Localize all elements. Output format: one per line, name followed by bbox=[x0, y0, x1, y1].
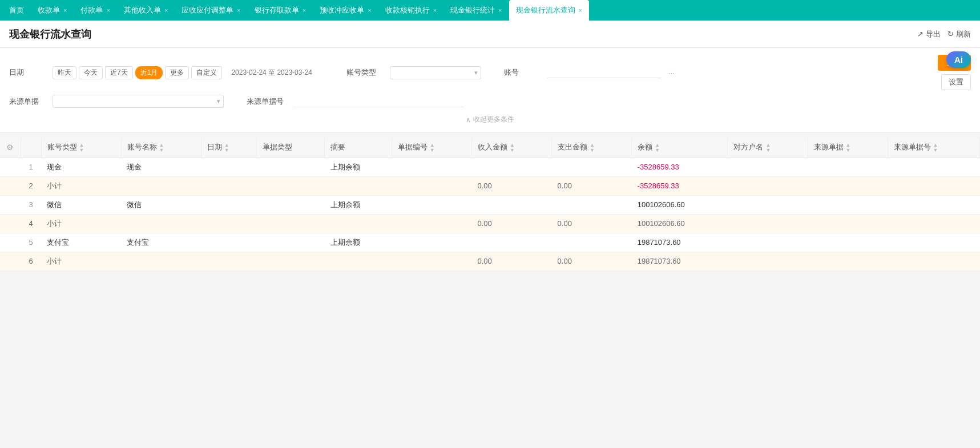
tab-close-icon[interactable]: × bbox=[498, 0, 502, 21]
cell-source_doc_no bbox=[888, 233, 979, 252]
source-doc-section: 来源单据 bbox=[9, 95, 224, 108]
row-num: 5 bbox=[21, 233, 41, 252]
nav-tab-应收应付调整单[interactable]: 应收应付调整单× bbox=[175, 0, 247, 21]
tab-close-icon[interactable]: × bbox=[164, 0, 168, 21]
cell-account_name bbox=[121, 252, 201, 271]
settings-button[interactable]: 设置 bbox=[941, 74, 971, 90]
row-gear-cell bbox=[0, 233, 21, 252]
row-gear-cell bbox=[0, 195, 21, 214]
cell-expense: 0.00 bbox=[552, 214, 632, 233]
sort-icon-date[interactable]: ▲▼ bbox=[224, 143, 229, 153]
tab-close-icon[interactable]: × bbox=[433, 0, 437, 21]
table-container: ⚙账号类型▲▼账号名称▲▼日期▲▼单据类型摘要单据编号▲▼收入金额▲▼支出金额▲… bbox=[0, 138, 980, 271]
gear-icon[interactable]: ⚙ bbox=[6, 143, 14, 152]
date-label: 日期 bbox=[9, 67, 43, 78]
nav-tab-其他收入单[interactable]: 其他收入单× bbox=[117, 0, 175, 21]
sort-icon-source_doc[interactable]: ▲▼ bbox=[846, 143, 851, 153]
cell-income: 0.00 bbox=[471, 252, 551, 271]
source-doc-num-input[interactable] bbox=[293, 96, 464, 107]
tab-close-icon[interactable]: × bbox=[63, 0, 67, 21]
col-header-counterpart[interactable]: 对方户名▲▼ bbox=[728, 138, 808, 158]
tab-close-icon[interactable]: × bbox=[579, 0, 582, 21]
source-doc-label: 来源单据 bbox=[9, 96, 43, 107]
cell-income: 0.00 bbox=[471, 176, 551, 195]
date-btn-昨天[interactable]: 昨天 bbox=[53, 66, 76, 79]
date-btn-近7天[interactable]: 近7天 bbox=[105, 66, 133, 79]
collapse-bar[interactable]: ∧ 收起更多条件 bbox=[9, 112, 971, 128]
export-icon: ↗ bbox=[917, 30, 923, 38]
nav-tab-银行存取款单[interactable]: 银行存取款单× bbox=[248, 0, 313, 21]
date-btn-自定义[interactable]: 自定义 bbox=[191, 66, 222, 79]
col-header-account_type[interactable]: 账号类型▲▼ bbox=[41, 138, 121, 158]
cell-counterpart bbox=[728, 176, 808, 195]
row-gear-cell bbox=[0, 176, 21, 195]
account-label: 账号 bbox=[504, 67, 538, 78]
source-doc-select[interactable] bbox=[53, 95, 224, 108]
col-header-income[interactable]: 收入金额▲▼ bbox=[471, 138, 551, 158]
table-row[interactable]: 3微信微信上期余额100102606.60 bbox=[0, 195, 980, 214]
cell-counterpart bbox=[728, 252, 808, 271]
table-row[interactable]: 5支付宝支付宝上期余额19871073.60 bbox=[0, 233, 980, 252]
refresh-button[interactable]: ↻ 刷新 bbox=[947, 29, 971, 39]
row-num: 1 bbox=[21, 158, 41, 176]
page-title: 现金银行流水查询 bbox=[9, 27, 91, 41]
sort-icon-balance[interactable]: ▲▼ bbox=[655, 143, 660, 153]
col-header-balance[interactable]: 余额▲▼ bbox=[632, 138, 728, 158]
nav-tab-预收冲应收单[interactable]: 预收冲应收单× bbox=[313, 0, 378, 21]
nav-tab-收款核销执行[interactable]: 收款核销执行× bbox=[378, 0, 443, 21]
cell-account_type: 小计 bbox=[41, 252, 121, 271]
date-btn-近1月[interactable]: 近1月 bbox=[135, 66, 163, 79]
tab-close-icon[interactable]: × bbox=[368, 0, 371, 21]
col-header-source_doc_no[interactable]: 来源单据号▲▼ bbox=[888, 138, 979, 158]
cell-doc_no bbox=[392, 214, 471, 233]
cell-date bbox=[201, 252, 257, 271]
sort-icon-counterpart[interactable]: ▲▼ bbox=[765, 143, 771, 153]
cell-counterpart bbox=[728, 214, 808, 233]
table-row[interactable]: 1现金现金上期余额-3528659.33 bbox=[0, 158, 980, 176]
col-header-gear: ⚙ bbox=[0, 138, 21, 158]
table-row[interactable]: 2小计0.000.00-3528659.33 bbox=[0, 176, 980, 195]
refresh-icon: ↻ bbox=[947, 30, 954, 38]
nav-tab-付款单[interactable]: 付款单× bbox=[74, 0, 116, 21]
col-header-date[interactable]: 日期▲▼ bbox=[201, 138, 257, 158]
filter-row-source: 来源单据 来源单据号 bbox=[9, 95, 971, 108]
cell-counterpart bbox=[728, 195, 808, 214]
cell-source_doc bbox=[808, 214, 888, 233]
cell-balance: 100102606.60 bbox=[632, 214, 728, 233]
sort-icon-expense[interactable]: ▲▼ bbox=[590, 143, 595, 153]
nav-tab-现金银行流水查询[interactable]: 现金银行流水查询× bbox=[509, 0, 589, 21]
col-header-source_doc[interactable]: 来源单据▲▼ bbox=[808, 138, 888, 158]
sort-icon-source_doc_no[interactable]: ▲▼ bbox=[933, 143, 938, 153]
date-filter-section: 日期 昨天今天近7天近1月更多自定义 2023-02-24 至 2023-03-… bbox=[9, 66, 312, 79]
col-header-doc_no[interactable]: 单据编号▲▼ bbox=[392, 138, 471, 158]
cell-expense bbox=[552, 195, 632, 214]
tab-close-icon[interactable]: × bbox=[106, 0, 110, 21]
row-num: 6 bbox=[21, 252, 41, 271]
table-row[interactable]: 6小计0.000.0019871073.60 bbox=[0, 252, 980, 271]
filter-row-date: 日期 昨天今天近7天近1月更多自定义 2023-02-24 至 2023-03-… bbox=[9, 55, 971, 90]
cell-income bbox=[471, 233, 551, 252]
row-gear-cell bbox=[0, 252, 21, 271]
tab-close-icon[interactable]: × bbox=[303, 0, 306, 21]
account-type-select[interactable] bbox=[390, 66, 481, 79]
date-btn-今天[interactable]: 今天 bbox=[79, 66, 103, 79]
col-header-account_name[interactable]: 账号名称▲▼ bbox=[121, 138, 201, 158]
sort-icon-doc_no[interactable]: ▲▼ bbox=[430, 143, 435, 153]
nav-home[interactable]: 首页 bbox=[2, 5, 31, 15]
more-dots-icon[interactable]: ··· bbox=[668, 68, 675, 77]
sort-icon-account_name[interactable]: ▲▼ bbox=[159, 143, 164, 153]
date-btn-更多[interactable]: 更多 bbox=[165, 66, 189, 79]
export-button[interactable]: ↗ 导出 bbox=[917, 29, 941, 39]
col-header-expense[interactable]: 支出金额▲▼ bbox=[552, 138, 632, 158]
account-input[interactable] bbox=[547, 67, 662, 78]
nav-tab-收款单[interactable]: 收款单× bbox=[31, 0, 74, 21]
collapse-up-icon: ∧ bbox=[466, 116, 471, 124]
nav-tab-现金银行统计[interactable]: 现金银行统计× bbox=[443, 0, 509, 21]
tab-close-icon[interactable]: × bbox=[237, 0, 240, 21]
sort-icon-income[interactable]: ▲▼ bbox=[510, 143, 515, 153]
cell-doc_type bbox=[257, 195, 325, 214]
cell-date bbox=[201, 158, 257, 176]
sort-icon-account_type[interactable]: ▲▼ bbox=[79, 143, 84, 153]
ai-badge[interactable]: Ai bbox=[946, 51, 971, 68]
table-row[interactable]: 4小计0.000.00100102606.60 bbox=[0, 214, 980, 233]
